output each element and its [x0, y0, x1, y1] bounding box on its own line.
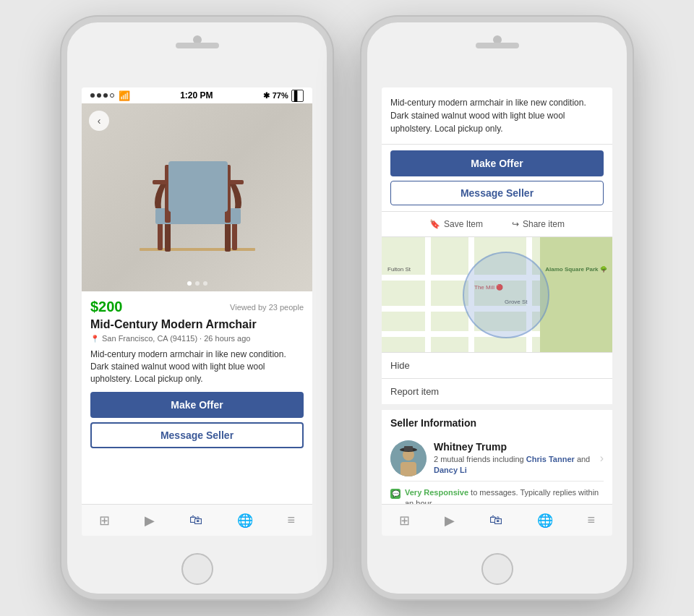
very-responsive-label: Very Responsive	[405, 488, 468, 497]
nav-video-icon[interactable]: ▶	[145, 513, 155, 529]
make-offer-button-2[interactable]: Make Offer	[390, 150, 604, 176]
description-text: Mid-century modern armchair in like new …	[390, 98, 586, 134]
svg-rect-9	[153, 180, 168, 184]
home-button[interactable]	[181, 553, 213, 585]
signal-dot	[90, 93, 95, 98]
vol-up-button-2	[361, 87, 364, 113]
seller-section: Seller Information	[382, 410, 612, 504]
message-seller-button[interactable]: Message Seller	[90, 422, 304, 448]
nav2-video-icon[interactable]: ▶	[445, 513, 455, 529]
seller-name: Whitney Trump	[434, 441, 593, 453]
report-row[interactable]: Report item	[382, 379, 612, 410]
product-image: ‹	[82, 103, 312, 291]
nav-globe-icon[interactable]: 🌐	[237, 513, 253, 529]
nav2-marketplace-icon[interactable]: 🛍	[489, 513, 502, 528]
save-share-row: 🔖 Save Item ↪ Share item	[382, 212, 612, 237]
bookmark-icon: 🔖	[429, 219, 440, 229]
wifi-icon: 📶	[119, 90, 130, 101]
nav-menu-icon[interactable]: ≡	[288, 513, 296, 528]
signal-dot	[110, 93, 114, 98]
mutual-friends-text: 2 mutual friends including Chris Tanner …	[434, 454, 593, 476]
svg-rect-10	[228, 180, 244, 184]
make-offer-button[interactable]: Make Offer	[90, 392, 304, 418]
avatar-illustration	[390, 440, 427, 476]
fulton-label: Fulton St	[387, 266, 411, 273]
map-park	[540, 237, 612, 353]
product-title: Mid-Century Modern Armchair	[90, 318, 304, 331]
back-button[interactable]: ‹	[89, 111, 109, 131]
hide-row[interactable]: Hide	[382, 353, 612, 379]
side-button	[330, 95, 333, 131]
location-row: 📍 San Francisco, CA (94115) · 26 hours a…	[90, 334, 304, 343]
nav2-news-icon[interactable]: ⊞	[399, 513, 410, 529]
screen2-content: Mid-century modern armchair in like new …	[382, 87, 612, 504]
responsive-text: Very Responsive to messages. Typically r…	[405, 487, 604, 504]
speaker-2	[476, 43, 519, 48]
home-button-2[interactable]	[481, 553, 513, 585]
dot-3	[203, 281, 207, 286]
battery-icon: ▌	[291, 90, 304, 102]
location-text: San Francisco, CA (94115) · 26 hours ago	[102, 334, 250, 343]
side-button-2	[630, 95, 633, 131]
signal-dot	[97, 93, 101, 98]
seller-section-title: Seller Information	[390, 417, 604, 429]
svg-rect-8	[168, 161, 228, 212]
battery-label: 77%	[273, 91, 288, 100]
svg-rect-0	[140, 248, 255, 251]
vol-down-button-2	[361, 124, 364, 149]
bluetooth-icon: ✱	[263, 91, 270, 100]
share-label: Share item	[523, 219, 565, 229]
battery-area: ✱ 77% ▌	[263, 90, 304, 102]
friend2: Dancy Li	[434, 466, 467, 474]
vol-up-button	[61, 87, 64, 113]
share-item-button[interactable]: ↪ Share item	[512, 219, 565, 229]
bottom-nav: ⊞ ▶ 🛍 🌐 ≡	[82, 504, 312, 536]
product-description: Mid-century modern armchair in like new …	[90, 348, 304, 385]
location-icon: 📍	[90, 335, 99, 343]
action-buttons: Make Offer Message Seller	[382, 145, 612, 212]
friend1: Chris Tanner	[526, 455, 575, 463]
clock: 1:20 PM	[180, 90, 213, 100]
nav-news-icon[interactable]: ⊞	[99, 513, 110, 529]
bottom-nav-2: ⊞ ▶ 🛍 🌐 ≡	[382, 504, 612, 536]
chair-illustration	[125, 125, 270, 270]
responsive-icon: 💬	[390, 489, 400, 499]
save-label: Save Item	[444, 219, 483, 229]
viewed-count: Viewed by 23 people	[230, 303, 304, 312]
svg-rect-13	[400, 462, 416, 476]
signal-dot	[103, 93, 108, 98]
description-block: Mid-century modern armchair in like new …	[382, 87, 612, 145]
location-circle	[463, 252, 549, 338]
save-item-button[interactable]: 🔖 Save Item	[429, 219, 483, 229]
message-seller-button-2[interactable]: Message Seller	[390, 181, 604, 205]
report-text: Report item	[390, 386, 439, 397]
price-row: $200 Viewed by 23 people	[90, 299, 304, 315]
nav2-menu-icon[interactable]: ≡	[588, 513, 596, 528]
screen-2: Mid-century modern armchair in like new …	[382, 87, 612, 536]
svg-rect-4	[232, 223, 237, 250]
seller-info: Whitney Trump 2 mutual friends including…	[434, 441, 593, 476]
status-bar: 📶 1:20 PM ✱ 77% ▌	[82, 87, 312, 103]
signal-icons: 📶	[90, 90, 130, 101]
seller-row[interactable]: Whitney Trump 2 mutual friends including…	[390, 436, 604, 482]
screen-1: 📶 1:20 PM ✱ 77% ▌ ‹	[82, 87, 312, 536]
image-dots	[187, 281, 207, 286]
dot-2	[195, 281, 200, 286]
hide-text: Hide	[390, 360, 410, 371]
share-icon: ↪	[512, 219, 519, 229]
nav-marketplace-icon[interactable]: 🛍	[189, 513, 202, 528]
dot-1	[187, 281, 192, 286]
park-label: Alamo Square Park 🌳	[544, 266, 609, 273]
nav2-globe-icon[interactable]: 🌐	[537, 513, 553, 529]
vol-down-button	[61, 124, 64, 149]
seller-avatar	[390, 440, 427, 476]
product-content: $200 Viewed by 23 people Mid-Century Mod…	[82, 291, 312, 455]
phone-2: Mid-century modern armchair in like new …	[361, 17, 633, 599]
chevron-right-icon: ›	[600, 452, 604, 465]
responsive-row: 💬 Very Responsive to messages. Typically…	[390, 482, 604, 504]
phone-1: 📶 1:20 PM ✱ 77% ▌ ‹	[61, 17, 333, 599]
map-area: Alamo Square Park 🌳 Fulton St Grove St T…	[382, 237, 612, 353]
svg-rect-3	[158, 223, 163, 250]
speaker	[176, 43, 219, 48]
price: $200	[90, 299, 123, 315]
